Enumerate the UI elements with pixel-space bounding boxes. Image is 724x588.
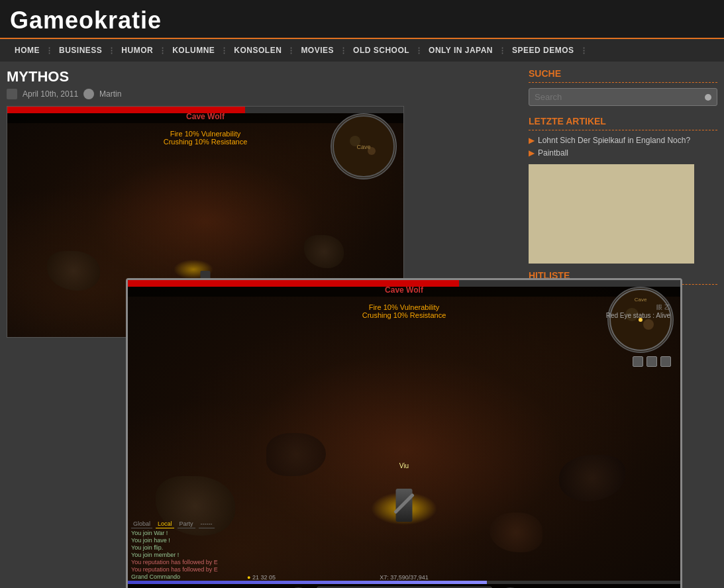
- calendar-icon: [7, 89, 17, 99]
- main-content: MYTHOS April 10th, 2011 Martin Cave Wolf…: [7, 68, 519, 588]
- site-header: Gameokratie: [0, 0, 724, 38]
- game-bottom-bar: ✕: [128, 584, 680, 588]
- chat-line-2: You join have !: [131, 537, 264, 544]
- nav-home[interactable]: HOME: [7, 39, 48, 62]
- minimap-large: Cave: [607, 287, 674, 353]
- chat-line-7: Grand Commando: [131, 573, 264, 580]
- article-item-2: ▶ Paintball: [529, 148, 717, 158]
- screenshot-large[interactable]: Cave Wolf Fire 10% Vulnerability Crushin…: [126, 278, 682, 588]
- search-section-title: SUCHE: [529, 68, 717, 83]
- nav-movies[interactable]: MOVIES: [293, 39, 342, 62]
- articles-section-title: LETZTE ARTIKEL: [529, 116, 717, 130]
- content-wrapper: MYTHOS April 10th, 2011 Martin Cave Wolf…: [0, 62, 724, 588]
- chat-tab-local[interactable]: Local: [156, 520, 174, 528]
- nav-sep-9: ⁝: [582, 44, 586, 57]
- chat-line-4: You join member !: [131, 552, 264, 558]
- nav-only-in-japan[interactable]: ONLY IN JAPAN: [421, 39, 501, 62]
- nav-old-school[interactable]: OLD SCHOOL: [345, 39, 417, 62]
- nav-business[interactable]: BUSINESS: [51, 39, 110, 62]
- article-link-1[interactable]: Lohnt Sich Der Spielkauf in England Noch…: [538, 136, 690, 145]
- post-title: MYTHOS: [7, 68, 519, 85]
- search-dot: [705, 94, 711, 101]
- article-item-1: ▶ Lohnt Sich Der Spielkauf in England No…: [529, 136, 717, 145]
- minimap-small: Cave: [331, 113, 397, 179]
- player-container: Viu: [378, 459, 431, 525]
- game-screen-large: Cave Wolf Fire 10% Vulnerability Crushin…: [128, 280, 680, 588]
- post-date: April 10th, 2011: [23, 89, 78, 99]
- nav-humor[interactable]: HUMOR: [113, 39, 161, 62]
- xp-text: X7: 37,590/37,941: [380, 574, 429, 581]
- site-title: Gameokratie: [10, 7, 714, 34]
- arrow-icon-2: ▶: [529, 148, 535, 158]
- game-chat: Global Local Party ------ You join War !…: [131, 520, 264, 581]
- chat-tabs: Global Local Party ------: [131, 520, 264, 528]
- svg-text:Cave: Cave: [356, 144, 370, 150]
- game-top-bar-large: Cave Wolf: [128, 280, 680, 297]
- svg-text:Cave: Cave: [635, 297, 647, 303]
- chat-line-3: You join flip.: [131, 544, 264, 551]
- vulnerability-large: Fire 10% Vulnerability Crushing 10% Resi…: [362, 303, 446, 319]
- user-icon: [83, 89, 94, 99]
- chat-tab-party[interactable]: Party: [178, 520, 195, 528]
- svg-point-6: [643, 319, 654, 330]
- chat-line-1: You join War !: [131, 530, 264, 536]
- player-name: Viu: [399, 462, 409, 469]
- advertisement: [529, 164, 694, 264]
- map-icon-3[interactable]: [660, 356, 671, 367]
- nav-konsolen[interactable]: KONSOLEN: [226, 39, 289, 62]
- search-input[interactable]: [535, 92, 705, 102]
- nav-kolumne[interactable]: KOLUMNE: [164, 39, 223, 62]
- map-icon-1[interactable]: [633, 356, 643, 367]
- eye-status: 眼 乙 Red Eye status : Alive: [606, 303, 670, 319]
- chat-tab-extra[interactable]: ------: [199, 520, 215, 528]
- game-coords: ● 21 32 05: [247, 574, 276, 581]
- boss-name-large: Cave Wolf: [385, 285, 423, 295]
- chat-tab-global[interactable]: Global: [131, 520, 152, 528]
- arrow-icon-1: ▶: [529, 136, 535, 145]
- nav-speed-demos[interactable]: SPEED DEMOS: [504, 39, 582, 62]
- navigation: HOME ⁝ BUSINESS ⁝ HUMOR ⁝ KOLUMNE ⁝ KONS…: [0, 38, 724, 62]
- chat-line-5: You reputation has followed by E: [131, 559, 264, 565]
- minimap-icons: [633, 356, 671, 367]
- article-link-2[interactable]: Paintball: [538, 148, 568, 158]
- search-box[interactable]: [529, 88, 717, 106]
- post-meta: April 10th, 2011 Martin: [7, 89, 519, 99]
- chat-line-6: You reputation has followed by E: [131, 566, 264, 573]
- vulnerability-small: Fire 10% Vulnerability Crushing 10% Resi…: [164, 130, 248, 146]
- map-icon-2[interactable]: [646, 356, 657, 367]
- boss-name-small: Cave Wolf: [186, 112, 225, 121]
- post-author: Martin: [99, 89, 121, 99]
